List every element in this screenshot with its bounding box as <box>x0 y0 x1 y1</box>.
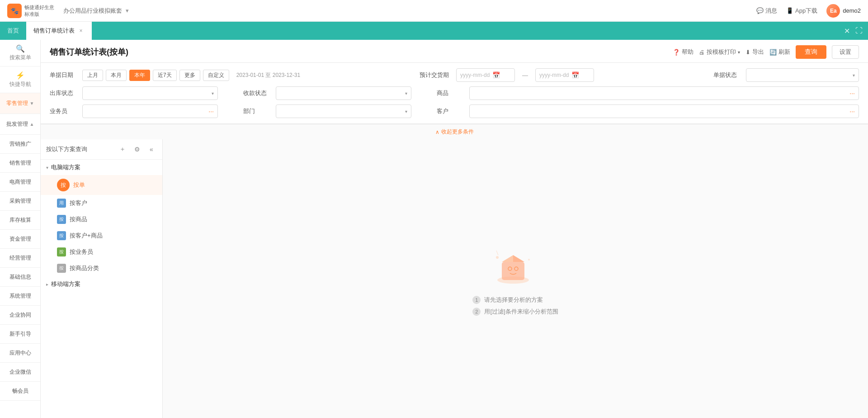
by-goods-icon: 按 <box>57 215 66 224</box>
filter-row-2: 出库状态 ▾ 收款状态 ▾ 商品 ··· <box>50 86 859 100</box>
svg-point-7 <box>528 259 530 261</box>
window-close-icon[interactable]: ✕ <box>844 27 850 35</box>
goods-more-icon: ··· <box>849 90 855 97</box>
department-dropdown-icon: ▾ <box>405 109 407 114</box>
expected-date-end-input[interactable]: yyyy-mm-dd 📅 <box>535 68 594 82</box>
tab-bar-actions: ✕ ⛶ <box>839 27 868 35</box>
sidebar-item-retail[interactable]: 零售管理 ▼ <box>0 93 40 114</box>
tree-item-by-customer-goods[interactable]: 按 按客户+商品 <box>41 228 162 244</box>
date-btn-more[interactable]: 更多 <box>179 70 200 81</box>
scheme-settings-button[interactable]: ⚙ <box>132 144 142 155</box>
print-icon: 🖨 <box>699 49 705 56</box>
right-content: 1 请先选择要分析的方案 2 用[过滤]条件来缩小分析范围 <box>163 139 868 418</box>
export-button[interactable]: ⬇ 导出 <box>745 48 764 56</box>
export-icon: ⬇ <box>745 49 750 56</box>
sidebar-item-quick-nav[interactable]: ⚡ 快捷导航 <box>0 66 40 93</box>
messages-button[interactable]: 💬 消息 <box>756 7 777 15</box>
date-btn-7days[interactable]: 近7天 <box>153 70 177 81</box>
sidebar-item-sales[interactable]: 销售管理 <box>0 154 40 173</box>
sidebar-item-ecommerce[interactable]: 电商管理 <box>0 173 40 192</box>
sidebar-item-procurement[interactable]: 采购管理 <box>0 192 40 211</box>
sidebar-item-basic[interactable]: 基础信息 <box>0 268 40 287</box>
sidebar-item-inventory[interactable]: 库存核算 <box>0 211 40 230</box>
tip-item-1: 1 请先选择要分析的方案 <box>472 296 558 304</box>
by-goods-category-icon: 按 <box>57 264 66 273</box>
sidebar-item-system[interactable]: 系统管理 <box>0 287 40 306</box>
sidebar-item-search-menu[interactable]: 🔍 搜索菜单 <box>0 40 40 66</box>
svg-point-6 <box>496 256 499 259</box>
breadcrumb-dropdown-icon[interactable]: ▾ <box>126 7 129 14</box>
sidebar-item-member[interactable]: 畅会员 <box>0 382 40 401</box>
user-profile[interactable]: Ea demo2 <box>826 4 861 18</box>
query-button[interactable]: 查询 <box>796 45 826 59</box>
sidebar-item-finance[interactable]: 资金管理 <box>0 230 40 249</box>
salesperson-input[interactable]: ··· <box>82 104 218 118</box>
salesperson-label: 业务员 <box>50 107 75 115</box>
add-scheme-button[interactable]: ＋ <box>117 144 128 155</box>
tab-close-icon[interactable]: × <box>77 27 85 34</box>
top-bar: 🐾 畅捷通好生意 标准版 办公用品行业模拟账套 ▾ 💬 消息 📱 App下载 E… <box>0 0 868 22</box>
content-area: 销售订单统计表(按单) ❓ 帮助 🖨 按模板打印 ▾ ⬇ 导出 🔄 刷新 <box>41 40 868 418</box>
refresh-button[interactable]: 🔄 刷新 <box>769 48 790 56</box>
tree-item-by-salesperson[interactable]: 按 按业务员 <box>41 244 162 260</box>
app-download-button[interactable]: 📱 App下载 <box>786 7 817 15</box>
expected-date-label: 预计交货期 <box>420 71 449 79</box>
svg-marker-3 <box>513 255 524 262</box>
sidebar-item-enterprise[interactable]: 企业协同 <box>0 306 40 325</box>
logo-icon: 🐾 <box>7 4 22 18</box>
top-center: 办公用品行业模拟账套 ▾ <box>54 7 756 15</box>
department-select[interactable]: ▾ <box>276 104 411 118</box>
sidebar-item-newbie[interactable]: 新手引导 <box>0 325 40 344</box>
payment-select[interactable]: ▾ <box>276 86 411 100</box>
date-quick-options: 上月 本月 本年 近7天 更多 自定义 <box>82 70 229 81</box>
goods-label: 商品 <box>437 89 462 97</box>
date-btn-last-month[interactable]: 上月 <box>82 70 103 81</box>
by-salesperson-icon: 按 <box>57 247 66 256</box>
filter-row-3: 业务员 ··· 部门 ▾ 客户 ··· <box>50 104 859 118</box>
help-button[interactable]: ❓ 帮助 <box>673 48 693 56</box>
empty-tips: 1 请先选择要分析的方案 2 用[过滤]条件来缩小分析范围 <box>472 296 558 316</box>
sidebar-item-operations[interactable]: 经营管理 <box>0 249 40 268</box>
tab-home[interactable]: 首页 <box>0 22 26 40</box>
window-expand-icon[interactable]: ⛶ <box>855 27 863 35</box>
message-icon: 💬 <box>756 7 764 14</box>
filter-area: 单据日期 上月 本月 本年 近7天 更多 自定义 2023-01-01 至 20… <box>41 63 868 124</box>
date-btn-custom[interactable]: 自定义 <box>203 70 229 81</box>
empty-illustration <box>488 242 542 287</box>
tree-item-by-goods-category[interactable]: 按 按商品分类 <box>41 260 162 276</box>
calendar-start-icon: 📅 <box>492 71 500 79</box>
status-dropdown-icon: ▾ <box>853 73 855 78</box>
filter-row-1: 单据日期 上月 本月 本年 近7天 更多 自定义 2023-01-01 至 20… <box>50 68 859 82</box>
settings-button[interactable]: 设置 <box>832 45 859 59</box>
status-select[interactable]: ▾ <box>746 68 859 82</box>
delivery-dropdown-icon: ▾ <box>212 91 214 96</box>
tree-item-by-customer[interactable]: 用 按客户 <box>41 195 162 211</box>
customer-input[interactable]: ··· <box>469 104 859 118</box>
tab-sales-order[interactable]: 销售订单统计表 × <box>26 22 92 40</box>
sidebar-item-wholesale[interactable]: 批发管理 ▲ <box>0 114 40 135</box>
sidebar-item-wechat[interactable]: 企业微信 <box>0 363 40 382</box>
logo-area: 🐾 畅捷通好生意 标准版 <box>7 4 54 18</box>
delivery-select[interactable]: ▾ <box>82 86 218 100</box>
calendar-end-icon: 📅 <box>571 71 579 79</box>
header-actions: ❓ 帮助 🖨 按模板打印 ▾ ⬇ 导出 🔄 刷新 查询 设置 <box>673 45 859 59</box>
sidebar-item-appcenter[interactable]: 应用中心 <box>0 344 40 363</box>
date-btn-this-month[interactable]: 本月 <box>106 70 127 81</box>
panel-collapse-button[interactable]: « <box>146 144 157 155</box>
tree-item-by-order[interactable]: 按 按单 <box>41 175 162 195</box>
sidebar-item-marketing[interactable]: 营销推广 <box>0 135 40 154</box>
tree-parent-mobile[interactable]: ▸ 移动端方案 <box>41 276 162 292</box>
goods-input[interactable]: ··· <box>469 86 859 100</box>
tree-parent-pc[interactable]: ▾ 电脑端方案 <box>41 160 162 175</box>
collapse-bar[interactable]: ∧ 收起更多条件 <box>41 124 868 139</box>
date-btn-this-year[interactable]: 本年 <box>129 70 150 81</box>
payment-label: 收款状态 <box>243 89 269 97</box>
tree-item-by-goods[interactable]: 按 按商品 <box>41 211 162 228</box>
salesperson-more-icon: ··· <box>208 108 214 115</box>
expected-date-start-input[interactable]: yyyy-mm-dd 📅 <box>456 68 515 82</box>
customer-more-icon: ··· <box>849 108 855 115</box>
empty-state: 1 请先选择要分析的方案 2 用[过滤]条件来缩小分析范围 <box>472 242 558 316</box>
print-button[interactable]: 🖨 按模板打印 ▾ <box>699 48 740 56</box>
tree-expand-icon: ▾ <box>46 165 48 170</box>
svg-rect-1 <box>502 262 524 280</box>
